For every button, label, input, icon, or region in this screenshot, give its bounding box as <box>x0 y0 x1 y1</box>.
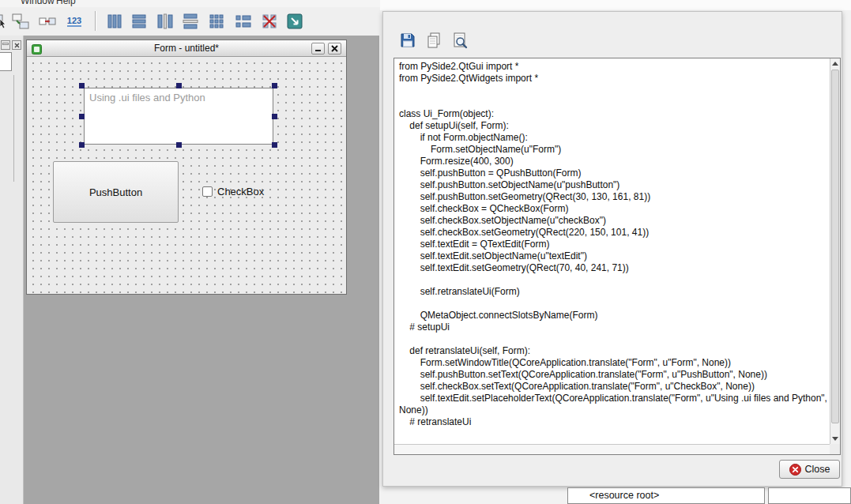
form-editor-window: Form - untitled* Using .ui files and Pyt… <box>26 39 347 295</box>
copy-icon[interactable] <box>424 30 444 51</box>
dock-float-icon[interactable] <box>1 40 10 50</box>
checkbox-indicator[interactable] <box>202 186 213 197</box>
selection-handle[interactable] <box>272 142 277 148</box>
edit-signals-slots-icon[interactable] <box>10 11 31 32</box>
close-button[interactable]: Close <box>779 460 840 479</box>
selection-handle[interactable] <box>176 142 182 148</box>
pushbutton-label: PushButton <box>89 186 142 198</box>
form-window-title: Form - untitled* <box>27 43 346 54</box>
minimize-button[interactable] <box>311 43 325 55</box>
main-toolbar: 123 <box>0 7 380 36</box>
canvas-checkbox-widget[interactable]: CheckBox <box>202 183 264 199</box>
layout-form-icon[interactable] <box>233 11 254 32</box>
code-editor[interactable]: from PySide2.QtGui import * from PySide2… <box>393 58 841 455</box>
widget-box-dock-strip <box>0 36 24 504</box>
horizontal-scrollbar[interactable] <box>394 444 830 454</box>
close-circle-icon <box>789 464 801 476</box>
top-right-strip <box>380 0 851 10</box>
dock-close-icon[interactable] <box>12 40 21 50</box>
save-icon[interactable] <box>397 30 418 51</box>
generated-python-code: from PySide2.QtGui import * from PySide2… <box>394 58 830 444</box>
menu-help[interactable]: Help <box>56 0 76 6</box>
selection-handle[interactable] <box>272 83 277 88</box>
tab-order-glyph: 123 <box>67 16 81 27</box>
close-window-button[interactable] <box>328 43 341 55</box>
break-layout-icon[interactable] <box>259 11 280 32</box>
resource-browser-panel: <resource root> <box>567 487 765 504</box>
edit-tab-order-icon[interactable]: 123 <box>64 11 85 32</box>
adjust-size-icon[interactable] <box>284 11 305 32</box>
qt-designer-window: Window Help <box>0 0 851 504</box>
edit-widgets-icon[interactable] <box>0 11 9 32</box>
layout-grid-icon[interactable] <box>206 11 227 32</box>
resource-root-item[interactable]: <resource root> <box>589 490 659 501</box>
layout-horizontal-icon[interactable] <box>104 11 125 32</box>
scroll-up-icon[interactable] <box>830 58 840 69</box>
float-glyph <box>2 43 9 45</box>
close-icon <box>331 45 338 52</box>
code-preview-dialog: from PySide2.QtGui import * from PySide2… <box>382 11 842 487</box>
layout-vertical-splitter-icon[interactable] <box>180 11 201 32</box>
form-canvas[interactable]: Using .ui files and Python PushButton Ch… <box>27 57 346 294</box>
selection-handle[interactable] <box>79 142 85 148</box>
widget-filter-input[interactable] <box>0 52 12 71</box>
edit-buddies-icon[interactable] <box>37 11 58 32</box>
form-titlebar[interactable]: Form - untitled* <box>27 40 346 57</box>
checkbox-label: CheckBox <box>217 186 264 197</box>
vertical-scrollbar-thumb[interactable] <box>831 70 839 423</box>
menu-window[interactable]: Window <box>21 0 55 6</box>
vertical-scrollbar[interactable] <box>830 58 840 444</box>
selection-handle[interactable] <box>272 114 277 119</box>
dock-scrollbar[interactable] <box>13 75 14 182</box>
scrollbar-corner <box>830 444 840 454</box>
selection-handle[interactable] <box>176 83 182 88</box>
selection-handle[interactable] <box>79 114 85 119</box>
selection-handle[interactable] <box>79 83 85 88</box>
textedit-placeholder: Using .ui files and Python <box>85 88 273 107</box>
scroll-down-icon[interactable] <box>830 434 840 444</box>
layout-vertical-icon[interactable] <box>129 11 149 32</box>
toolbar-separator <box>95 11 96 31</box>
minimize-icon <box>315 50 321 51</box>
mdi-area: Form - untitled* Using .ui files and Pyt… <box>24 36 379 504</box>
close-button-label: Close <box>805 464 830 475</box>
canvas-pushbutton-widget[interactable]: PushButton <box>53 161 179 223</box>
resource-browser-side-panel <box>768 487 851 504</box>
canvas-textedit-widget[interactable]: Using .ui files and Python <box>84 88 273 145</box>
find-icon[interactable] <box>450 30 470 51</box>
layout-horizontal-splitter-icon[interactable] <box>155 11 175 32</box>
